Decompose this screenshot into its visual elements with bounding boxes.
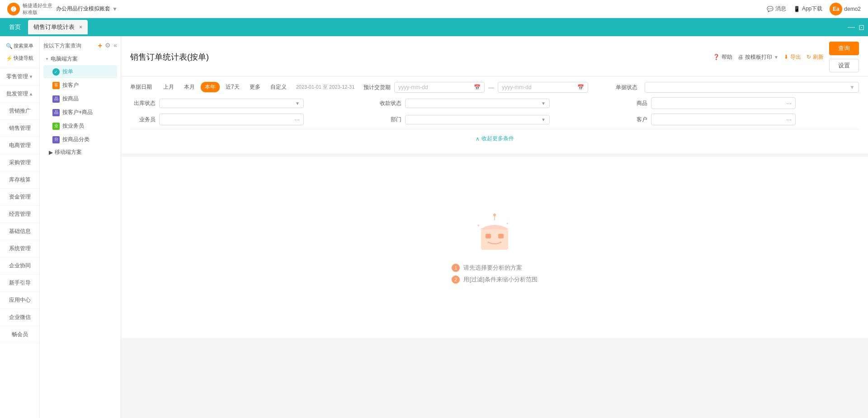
user-menu[interactable]: Ea demo2	[830, 3, 861, 15]
date-btn-this-year[interactable]: 本年	[201, 82, 220, 92]
date-btn-more[interactable]: 更多	[245, 82, 264, 92]
expected-date-label: 预计交货期	[363, 84, 391, 91]
goods-select[interactable]: ···	[651, 97, 796, 109]
sidebar-item-purchase[interactable]: 采购管理	[0, 154, 39, 171]
goods-filter: 商品 ···	[622, 97, 859, 109]
chevron-down-icon: ▼	[29, 74, 33, 79]
tab-bar: 首页 销售订单统计表 × — ⊡	[0, 18, 868, 36]
date-btn-this-month[interactable]: 本月	[180, 82, 199, 92]
expected-date-end-input[interactable]: yyyy-mm-dd 📅	[498, 82, 588, 93]
help-button[interactable]: ❓ 帮助	[713, 53, 732, 61]
sidebar-item-sales[interactable]: 销售管理	[0, 120, 39, 137]
calendar-end-icon: 📅	[577, 84, 584, 90]
sidebar-item-operations[interactable]: 经营管理	[0, 206, 39, 223]
svg-rect-1	[486, 234, 491, 238]
delivery-status-select[interactable]: ▼	[159, 99, 304, 108]
tab-maximize-icon[interactable]: ⊡	[859, 23, 864, 32]
sidebar-quick-nav-button[interactable]: ⚡ 快捷导航	[2, 52, 38, 64]
filter-row-1: 单据日期 上月 本月 本年 近7天 更多 自定义 2023-01-01 至 20…	[130, 82, 859, 93]
sidebar-item-appstore[interactable]: 应用中心	[0, 292, 39, 309]
tab-close-icon[interactable]: ×	[79, 24, 82, 30]
tab-home[interactable]: 首页	[4, 20, 26, 34]
sidebar-item-marketing[interactable]: 营销推广	[0, 103, 39, 120]
main-content: 销售订单统计表(按单) ❓ 帮助 🖨 按模板打印 ▼ ⬇ 导出	[121, 36, 868, 418]
app-download-button[interactable]: 📱 App下载	[793, 5, 822, 13]
nav-icon: ⚡	[6, 55, 13, 62]
sidebar-item-basic[interactable]: 基础信息	[0, 223, 39, 240]
triangle-right-icon: ▶	[49, 149, 53, 156]
date-filter-group: 单据日期 上月 本月 本年 近7天 更多 自定义 2023-01-01 至 20…	[130, 82, 354, 92]
message-button[interactable]: 💬 消息	[767, 5, 786, 13]
sidebar-item-wholesale[interactable]: 批发管理 ▲	[0, 86, 39, 103]
scheme-section-pc-toggle[interactable]: ▼ 电脑端方案	[42, 53, 119, 65]
empty-tip-2: 2 用[过滤]条件来缩小分析范围	[452, 276, 537, 284]
left-panel: 按以下方案查询 + ⚙ « ▼ 电脑端方案 ✓ 按单 客 按客户	[40, 36, 121, 418]
header-right: 💬 消息 📱 App下载 Ea demo2	[767, 3, 861, 15]
salesperson-select[interactable]: ···	[159, 114, 304, 125]
scheme-section-mobile-toggle[interactable]: ▶ 移动端方案	[45, 147, 119, 158]
sidebar-item-retail[interactable]: 零售管理 ▼	[0, 68, 39, 86]
tab-sales-order-stat[interactable]: 销售订单统计表 ×	[28, 20, 88, 34]
add-scheme-icon[interactable]: +	[98, 42, 102, 50]
content-area: 按以下方案查询 + ⚙ « ▼ 电脑端方案 ✓ 按单 客 按客户	[40, 36, 868, 418]
goods-dots: ···	[786, 100, 792, 107]
scheme-item-by-order[interactable]: ✓ 按单	[43, 65, 117, 78]
refresh-button[interactable]: ↻ 刷新	[807, 53, 824, 61]
status-filter-group: 单据状态 ▼	[616, 82, 859, 93]
scheme-item-by-customer[interactable]: 客 按客户	[43, 79, 117, 92]
print-chevron-icon: ▼	[774, 55, 778, 60]
scheme-item-by-goods-category[interactable]: 分 按商品分类	[43, 133, 117, 146]
customer-filter: 客户 ···	[622, 114, 859, 125]
sidebar-item-system[interactable]: 系统管理	[0, 240, 39, 257]
expected-date-start-input[interactable]: yyyy-mm-dd 📅	[394, 82, 485, 93]
date-btn-last-month[interactable]: 上月	[159, 82, 178, 92]
help-icon: ❓	[713, 54, 720, 60]
calendar-icon: 📅	[474, 84, 481, 90]
delivery-chevron-icon: ▼	[295, 101, 300, 106]
template-print-button[interactable]: 🖨 按模板打印 ▼	[738, 53, 778, 61]
tip-number-2: 2	[452, 276, 460, 284]
delivery-status-label: 出库状态	[130, 100, 156, 107]
department-select[interactable]: ▼	[405, 115, 550, 124]
payment-status-select[interactable]: ▼	[405, 99, 550, 108]
scheme-item-by-salesperson[interactable]: 业 按业务员	[43, 119, 117, 133]
search-icon: 🔍	[6, 43, 13, 49]
customer-select[interactable]: ···	[651, 114, 796, 125]
sidebar-item-ecommerce[interactable]: 电商管理	[0, 137, 39, 154]
filter-row-2: 出库状态 ▼ 收款状态 ▼ 商品	[130, 97, 859, 125]
chevron-up-icon: ▲	[29, 91, 33, 96]
export-button[interactable]: ⬇ 导出	[784, 53, 801, 61]
date-btn-7days[interactable]: 近7天	[222, 82, 244, 92]
sidebar-item-inventory[interactable]: 库存核算	[0, 171, 39, 189]
query-btn-group: 查询 设置	[829, 42, 859, 72]
scheme-cg-icon: 品	[52, 109, 60, 116]
status-select[interactable]: ▼	[645, 82, 859, 93]
query-button[interactable]: 查询	[829, 42, 859, 55]
collapse-button[interactable]: ∧ 收起更多条件	[470, 133, 519, 144]
refresh-icon: ↻	[807, 54, 811, 60]
scheme-item-by-customer-goods[interactable]: 品 按客户+商品	[43, 106, 117, 119]
logo-icon	[7, 3, 20, 15]
svg-text:✦: ✦	[476, 223, 480, 228]
department-filter: 部门 ▼	[376, 114, 613, 125]
scheme-settings-icon[interactable]: ⚙	[105, 42, 111, 50]
collapse-row: ∧ 收起更多条件	[130, 129, 859, 148]
customer-label: 客户	[622, 116, 647, 124]
sidebar-search-button[interactable]: 🔍 搜索菜单	[2, 40, 38, 52]
sidebar-item-member[interactable]: 畅会员	[0, 326, 39, 343]
status-chevron-icon: ▼	[849, 84, 855, 90]
main-layout: 🔍 搜索菜单 ⚡ 快捷导航 零售管理 ▼ 批发管理 ▲ 营销推广 销售管理 电商…	[0, 36, 868, 418]
sidebar-item-finance[interactable]: 资金管理	[0, 189, 39, 206]
tab-minimize-icon[interactable]: —	[848, 23, 855, 31]
scheme-item-by-goods[interactable]: 品 按商品	[43, 92, 117, 105]
collapse-panel-icon[interactable]: «	[113, 42, 117, 50]
settings-button[interactable]: 设置	[829, 59, 859, 72]
top-header: 畅捷通好生意 标准版 办公用品行业模拟账套 ▼ 💬 消息 📱 App下载 Ea …	[0, 0, 868, 18]
date-btn-custom[interactable]: 自定义	[266, 82, 291, 92]
tip-number-1: 1	[452, 264, 460, 272]
sidebar-item-newbie[interactable]: 新手引导	[0, 275, 39, 292]
sidebar-item-enterprise[interactable]: 企业协同	[0, 257, 39, 275]
sidebar: 🔍 搜索菜单 ⚡ 快捷导航 零售管理 ▼ 批发管理 ▲ 营销推广 销售管理 电商…	[0, 36, 40, 418]
breadcrumb[interactable]: 办公用品行业模拟账套 ▼	[56, 5, 118, 13]
sidebar-item-wechat[interactable]: 企业微信	[0, 309, 39, 326]
